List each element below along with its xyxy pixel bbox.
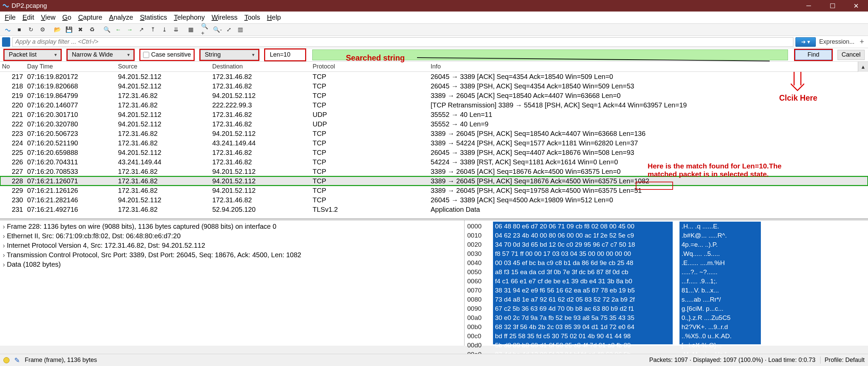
prev-packet-icon[interactable]: ←	[113, 25, 123, 35]
detail-line[interactable]: Ethernet II, Src: 06:71:09:cb:f8:02, Dst…	[3, 231, 461, 241]
menu-statistics[interactable]: Statistics	[137, 12, 170, 23]
status-profile[interactable]: Profile: Default	[820, 357, 865, 364]
menu-bar: FileEditViewGoCaptureAnalyzeStatisticsTe…	[0, 12, 868, 24]
col-source[interactable]: Source	[118, 63, 212, 70]
detail-line[interactable]: Frame 228: 1136 bytes on wire (9088 bits…	[3, 222, 461, 231]
status-frame: Frame (frame), 1136 bytes	[25, 357, 97, 364]
hex-offsets: 0000001000200030004000500060007000800090…	[467, 222, 493, 344]
expression-button[interactable]: Expression...	[818, 38, 856, 45]
packet-details-pane[interactable]: Frame 228: 1136 bytes on wire (9088 bits…	[0, 220, 465, 346]
col-no[interactable]: No	[2, 63, 27, 70]
packet-list[interactable]: 21707:16:19.82017294.201.52.112172.31.46…	[0, 72, 868, 218]
main-toolbar: ■ ↻ ⚙ 📂 💾 ✖ ♻ 🔍 ← → ↗ ⤒ ⤓ ⇊ ▦ 🔍+ 🔍- ⤢ ▥	[0, 24, 868, 36]
capture-options-icon[interactable]: ⚙	[37, 25, 47, 35]
menu-help[interactable]: Help	[264, 12, 283, 23]
case-sensitive-checkbox[interactable]: Case sensitive	[140, 50, 194, 60]
colorant-icn[interactable]: ▦	[186, 25, 196, 35]
col-destination[interactable]: Destination	[212, 63, 313, 70]
save-file-icon[interactable]: 💾	[64, 25, 74, 35]
zoom-out-icon[interactable]: 🔍-	[212, 25, 222, 35]
svg-line-0	[417, 58, 770, 61]
reload-icon[interactable]: ♻	[87, 25, 97, 35]
table-row[interactable]: 23007:16:21.28214694.201.52.112172.31.46…	[0, 195, 868, 205]
detail-line[interactable]: Data (1082 bytes)	[3, 260, 461, 269]
menu-go[interactable]: Go	[60, 12, 74, 23]
table-row[interactable]: 22407:16:20.521190172.31.46.8243.241.149…	[0, 138, 868, 148]
annotation-click-here: Clcik Here	[779, 94, 817, 103]
display-filter-bar: ➔ ▾ Expression... +	[0, 36, 868, 48]
menu-view[interactable]: View	[38, 12, 58, 23]
next-packet-icon[interactable]: →	[125, 25, 135, 35]
menu-wireless[interactable]: Wireless	[209, 12, 240, 23]
close-button[interactable]: ✕	[844, 0, 868, 12]
open-file-icon[interactable]: 📂	[52, 25, 62, 35]
table-row[interactable]: 21807:16:19.82066894.201.52.112172.31.46…	[0, 81, 868, 91]
bookmark-icon[interactable]	[2, 37, 10, 47]
search-value: Len=10	[270, 51, 291, 58]
hex-bytes: 06 48 80 e6 d7 20 06 71 09 cb f8 02 08 0…	[493, 222, 673, 344]
col-info[interactable]: Info	[431, 63, 858, 70]
scroll-up-icon[interactable]: ▴	[858, 62, 868, 72]
table-row[interactable]: 22907:16:21.126126172.31.46.8294.201.52.…	[0, 186, 868, 195]
auto-scroll-icon[interactable]: ⇊	[171, 25, 181, 35]
menu-edit[interactable]: Edit	[20, 12, 37, 23]
col-daytime[interactable]: Day Time	[27, 63, 118, 70]
table-row[interactable]: 22307:16:20.506723172.31.46.8294.201.52.…	[0, 129, 868, 138]
table-row[interactable]: 21907:16:19.864799172.31.46.8294.201.52.…	[0, 91, 868, 100]
col-protocol[interactable]: Protocol	[313, 63, 431, 70]
table-row[interactable]: 23107:16:21.492716172.31.46.8252.94.205.…	[0, 205, 868, 214]
add-filter-button[interactable]: +	[858, 37, 866, 47]
len-highlight-box	[636, 182, 673, 190]
app-icon	[2, 2, 9, 9]
goto-packet-icon[interactable]: ↗	[136, 25, 146, 35]
menu-capture[interactable]: Capture	[75, 12, 105, 23]
table-row[interactable]: 22107:16:20.30171094.201.52.112172.31.46…	[0, 110, 868, 119]
zoom-in-icon[interactable]: 🔍+	[201, 25, 211, 35]
packet-bytes-pane[interactable]: 0000001000200030004000500060007000800090…	[465, 220, 868, 346]
status-packets: Packets: 1097 · Displayed: 1097 (100.0%)…	[649, 357, 815, 364]
close-file-icon[interactable]: ✖	[75, 25, 85, 35]
status-bar: ✎ Frame (frame), 1136 bytes Packets: 109…	[0, 354, 868, 366]
menu-tools[interactable]: Tools	[242, 12, 263, 23]
title-bar: DP2.pcapng ─ ☐ ✕	[0, 0, 868, 12]
search-type-dropdown[interactable]: String▼	[200, 50, 258, 60]
edit-icon[interactable]: ✎	[14, 356, 20, 364]
expert-info-icon[interactable]	[3, 357, 9, 363]
cancel-button[interactable]: Cancel	[837, 50, 865, 60]
hex-ascii: .H... .q ......E..b#K@... .....R^.4p.=e.…	[679, 222, 761, 344]
annotation-match-note: Here is the match found for Len=10.The m…	[648, 162, 807, 178]
menu-analyze[interactable]: Analyze	[106, 12, 136, 23]
apply-filter-button[interactable]: ➔ ▾	[795, 37, 816, 47]
menu-file[interactable]: File	[2, 12, 18, 23]
charset-dropdown[interactable]: Narrow & Wide▼	[67, 50, 134, 60]
first-packet-icon[interactable]: ⤒	[148, 25, 158, 35]
last-packet-icon[interactable]: ⤓	[159, 25, 170, 35]
table-row[interactable]: 22507:16:20.65988894.201.52.112172.31.46…	[0, 148, 868, 157]
detail-line[interactable]: Internet Protocol Version 4, Src: 172.31…	[3, 241, 461, 250]
find-button[interactable]: Find	[795, 50, 832, 60]
maximize-button[interactable]: ☐	[821, 0, 844, 12]
table-row[interactable]: 22207:16:20.32078094.201.52.112172.31.46…	[0, 119, 868, 129]
annotation-searched-string: Searched string	[346, 54, 405, 63]
search-in-dropdown[interactable]: Packet list▼	[4, 50, 61, 60]
packet-list-header: No Day Time Source Destination Protocol …	[0, 62, 868, 72]
table-row[interactable]: 22007:16:20.146077172.31.46.82222.222.99…	[0, 100, 868, 110]
detail-line[interactable]: Transmission Control Protocol, Src Port:…	[3, 250, 461, 260]
display-filter-input[interactable]	[12, 37, 793, 47]
minimize-button[interactable]: ─	[797, 0, 821, 12]
resize-columns-icon[interactable]: ▥	[235, 25, 245, 35]
window-title: DP2.pcapng	[12, 2, 47, 9]
table-row[interactable]: 21707:16:19.82017294.201.52.112172.31.46…	[0, 72, 868, 81]
stop-capture-icon[interactable]: ■	[14, 25, 24, 35]
restart-capture-icon[interactable]: ↻	[26, 25, 36, 35]
menu-telephony[interactable]: Telephony	[171, 12, 208, 23]
zoom-reset-icon[interactable]: ⤢	[224, 25, 234, 35]
find-icon[interactable]: 🔍	[102, 25, 112, 35]
arrow-down-icon	[791, 72, 804, 92]
start-capture-icon[interactable]	[3, 25, 13, 35]
